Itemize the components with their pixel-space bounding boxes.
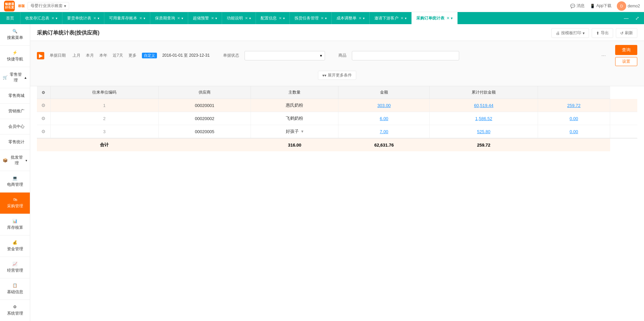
dropdown-icon[interactable]: ▾ <box>98 16 99 20</box>
footer-amount-cell: 62,631.76 <box>338 138 430 151</box>
row-paid-cell[interactable]: 0.00 <box>538 112 610 125</box>
settings-column-header[interactable]: ⚙ <box>37 86 50 99</box>
table-row: ⚙ 2 00020002 飞鹤奶粉 6.00 1,586.52 0.00 <box>37 112 637 125</box>
table-row: ⚙ 1 00020001 惠氏奶粉 303.00 60,519.44 259.7… <box>37 99 637 112</box>
sidebar-item-finance[interactable]: 💰 资金管理 <box>0 235 30 257</box>
nav-tab-config[interactable]: 配置信息 ✕▾ <box>256 12 290 24</box>
close-icon[interactable]: ✕ <box>139 16 142 20</box>
sidebar-item-retail-stat[interactable]: 零售统计 <box>0 135 30 150</box>
nav-tab-picking[interactable]: 拣货任务管理 ✕▾ <box>290 12 332 24</box>
table-footer-row: 合计 316.00 62,631.76 259.72 <box>37 138 637 151</box>
row-paid-cell[interactable]: 259.72 <box>538 99 610 112</box>
nav-tab-inventory-book[interactable]: 可用量库存账本 ✕▾ <box>104 12 150 24</box>
sidebar-item-basic[interactable]: 📋 基础信息 <box>0 278 30 300</box>
row-amount-cell[interactable]: 525.80 <box>430 125 538 139</box>
dropdown-icon[interactable]: ▾ <box>363 16 365 20</box>
sidebar-item-marketing[interactable]: 营销推广 <box>0 104 30 119</box>
workspace-selector[interactable]: 母婴行业演示账套 ▾ <box>28 2 69 10</box>
nav-tab-purchase-stat[interactable]: 采购订单统计表 ✕▾ <box>412 12 458 24</box>
nav-tab-order-stat[interactable]: 要货单统计表 ✕▾ <box>62 12 104 24</box>
supplier-dropdown-icon[interactable]: ▾ <box>301 129 304 134</box>
sidebar-item-operation[interactable]: 📈 经营管理 <box>0 257 30 278</box>
row-amount-cell[interactable]: 60,519.44 <box>430 99 538 112</box>
shortcut-more[interactable]: 更多 <box>127 52 138 59</box>
sidebar-item-retail-mall[interactable]: 零售商城 <box>0 88 30 104</box>
footer-label-cell: 合计 <box>50 138 158 151</box>
row-qty-cell[interactable]: 6.00 <box>338 112 430 125</box>
dropdown-icon[interactable]: ▾ <box>144 16 145 20</box>
export-label: 导出 <box>601 30 609 36</box>
nav-tab-cost-adjust[interactable]: 成本调整单 ✕▾ <box>332 12 370 24</box>
sidebar-label-ecommerce: 电商管理 <box>7 182 23 188</box>
nav-tab-receipt-summary[interactable]: 收发存汇总表 ✕▾ <box>20 12 62 24</box>
export-button[interactable]: ⬆ 导出 <box>592 28 613 38</box>
goods-input[interactable] <box>352 51 459 60</box>
filter-toggle-button[interactable]: ▶ <box>37 52 44 59</box>
sidebar-item-search[interactable]: 🔍 搜索菜单 <box>0 24 30 46</box>
nav-tab-invite[interactable]: 邀请下游客户 ✕▾ <box>370 12 412 24</box>
nav-tab-home[interactable]: 首页 <box>0 12 20 24</box>
dropdown-icon[interactable]: ▾ <box>56 16 57 20</box>
row-paid-cell[interactable]: 0.00 <box>538 125 610 139</box>
row-amount-cell[interactable]: 1,586.52 <box>430 112 538 125</box>
table-header-row: ⚙ 往来单位编码 供应商 主数量 金额 累计付款金额 <box>37 86 637 99</box>
dropdown-icon[interactable]: ▾ <box>249 16 251 20</box>
query-button[interactable]: 查询 <box>615 45 637 55</box>
sidebar-item-retail-mgmt[interactable]: 🛒 零售管理 ▲ <box>0 67 30 88</box>
close-icon[interactable]: ✕ <box>279 16 282 20</box>
sidebar-item-purchase[interactable]: 🛍 采购管理 <box>0 193 30 214</box>
shortcut-this-month[interactable]: 本月 <box>85 52 95 59</box>
dropdown-icon[interactable]: ▾ <box>283 16 285 20</box>
footer-paid-cell: 259.72 <box>430 138 538 151</box>
custom-badge: 自定义 <box>142 53 157 58</box>
close-icon[interactable]: ✕ <box>51 16 54 20</box>
close-icon[interactable]: ✕ <box>321 16 324 20</box>
shortcut-last-month[interactable]: 上月 <box>71 52 82 59</box>
shortcut-this-year[interactable]: 本年 <box>98 52 109 59</box>
dropdown-icon[interactable]: ▾ <box>215 16 217 20</box>
status-select[interactable]: ▾ <box>245 51 325 60</box>
nav-tab-warranty[interactable]: 保质期查询 ✕▾ <box>150 12 188 24</box>
dropdown-icon[interactable]: ▾ <box>181 16 183 20</box>
more-options-icon[interactable]: ··· <box>601 53 606 59</box>
settings-button[interactable]: 设置 <box>615 57 637 66</box>
row-index-cell: 2 <box>50 112 158 125</box>
user-avatar-area[interactable]: D demo2 <box>617 1 640 11</box>
close-icon[interactable]: ✕ <box>400 16 404 20</box>
sidebar-item-ecommerce[interactable]: 💻 电商管理 <box>0 171 30 193</box>
close-icon[interactable]: ✕ <box>359 16 362 20</box>
nav-minimize-icon[interactable]: — <box>622 15 631 21</box>
sidebar-item-system[interactable]: ⚙ 系统管理 <box>0 300 30 321</box>
sidebar-label-search: 搜索菜单 <box>7 35 23 41</box>
dropdown-icon[interactable]: ▾ <box>405 16 407 20</box>
message-button[interactable]: 💬 消息 <box>570 3 585 9</box>
nav-tab-overstock[interactable]: 超储预警 ✕▾ <box>188 12 222 24</box>
row-settings-cell: ⚙ <box>37 112 50 125</box>
sidebar-item-member[interactable]: 会员中心 <box>0 119 30 135</box>
close-icon[interactable]: ✕ <box>177 16 180 20</box>
close-icon[interactable]: ✕ <box>446 16 449 20</box>
dropdown-icon[interactable]: ▾ <box>451 16 452 20</box>
expand-filters-button[interactable]: ▾▾ 展开更多条件 <box>318 71 356 80</box>
close-icon[interactable]: ✕ <box>211 16 214 20</box>
print-button[interactable]: 🖨 按模板打印 ▾ <box>551 28 589 38</box>
nav-maximize-icon[interactable]: ⤢ <box>633 15 641 21</box>
refresh-button[interactable]: ↺ 刷新 <box>616 28 637 38</box>
nav-tab-function[interactable]: 功能说明 ✕▾ <box>222 12 256 24</box>
date-to: 2023-12-31 <box>189 53 210 58</box>
close-icon[interactable]: ✕ <box>93 16 96 20</box>
shortcut-7days[interactable]: 近7天 <box>111 52 124 59</box>
row-qty-cell[interactable]: 7.00 <box>338 125 430 139</box>
dropdown-icon[interactable]: ▾ <box>325 16 327 20</box>
app-download-button[interactable]: 📱 App下载 <box>590 3 611 9</box>
table-container: ⚙ 往来单位编码 供应商 主数量 金额 累计付款金额 ⚙ 1 00020001 … <box>30 86 644 321</box>
sidebar-label-retailmall: 零售商城 <box>8 93 24 99</box>
close-icon[interactable]: ✕ <box>245 16 248 20</box>
sidebar-item-quicknav[interactable]: ⚡ 快捷导航 <box>0 46 30 67</box>
main-nav: 首页 收发存汇总表 ✕▾ 要货单统计表 ✕▾ 可用量库存账本 ✕▾ 保质期查询 … <box>0 12 644 24</box>
row-qty-cell[interactable]: 303.00 <box>338 99 430 112</box>
sidebar-label-system: 系统管理 <box>7 311 23 316</box>
row-code-cell: 00020005 <box>158 125 251 139</box>
sidebar-item-wholesale[interactable]: 📦 批发管理 ▾ <box>0 150 30 171</box>
sidebar-item-inventory[interactable]: 📊 库存核算 <box>0 214 30 235</box>
